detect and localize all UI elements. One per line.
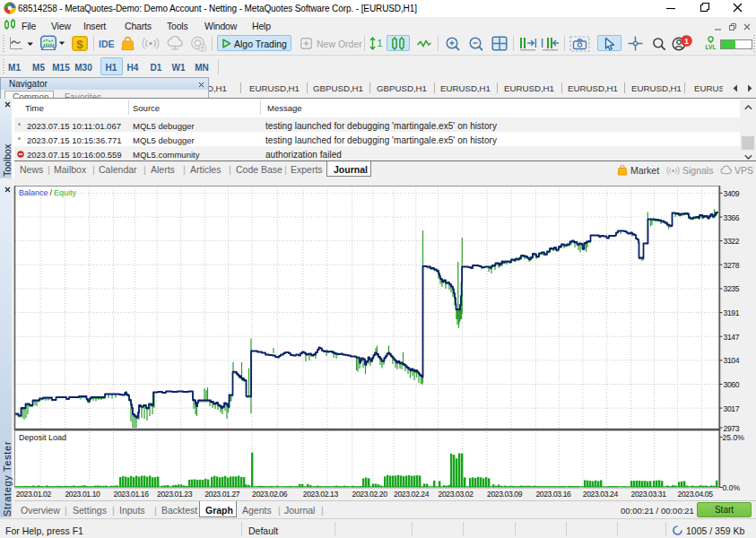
svg-text:2023.02.20: 2023.02.20 [352, 490, 388, 499]
svg-text:$: $ [76, 38, 83, 51]
svg-text:3104: 3104 [724, 356, 740, 365]
svg-text:3278: 3278 [724, 261, 740, 270]
svg-text:2023.02.24: 2023.02.24 [394, 490, 430, 499]
svg-text:0.0%: 0.0% [723, 483, 741, 492]
svg-text:2023.02.06: 2023.02.06 [252, 490, 288, 499]
svg-text:3147: 3147 [724, 333, 740, 342]
svg-text:2023.03.02: 2023.03.02 [439, 490, 474, 499]
svg-text:1: 1 [378, 38, 383, 48]
svg-text:2973: 2973 [724, 424, 740, 433]
svg-text:2023.03.31: 2023.03.31 [631, 490, 667, 499]
svg-text:3409: 3409 [724, 189, 740, 198]
svg-text:2023.02.13: 2023.02.13 [303, 490, 339, 499]
svg-text:Equity: Equity [54, 188, 77, 197]
svg-text:2023.03.09: 2023.03.09 [487, 490, 523, 499]
svg-text:1: 1 [684, 37, 689, 46]
svg-text:2023.01.02: 2023.01.02 [16, 490, 52, 499]
svg-text:2023.04.05: 2023.04.05 [678, 490, 714, 499]
svg-text:Balance: Balance [19, 188, 48, 197]
svg-text:2023.01.27: 2023.01.27 [204, 490, 240, 499]
svg-text:2023.03.24: 2023.03.24 [583, 490, 619, 499]
svg-text:3235: 3235 [724, 284, 740, 293]
svg-text:25.0%: 25.0% [723, 433, 745, 442]
svg-text:3060: 3060 [724, 380, 740, 389]
svg-text:LVL: LVL [706, 44, 717, 50]
svg-text:3017: 3017 [724, 404, 740, 413]
svg-text:3191: 3191 [724, 308, 740, 317]
svg-text:2023.03.16: 2023.03.16 [535, 490, 571, 499]
svg-text:Deposit Load: Deposit Load [19, 433, 66, 442]
svg-text:3322: 3322 [724, 237, 740, 246]
svg-text:3366: 3366 [724, 213, 740, 222]
svg-text:2023.01.10: 2023.01.10 [65, 490, 100, 499]
svg-text:2023.01.23: 2023.01.23 [157, 490, 193, 499]
svg-text:2023.01.16: 2023.01.16 [114, 490, 150, 499]
